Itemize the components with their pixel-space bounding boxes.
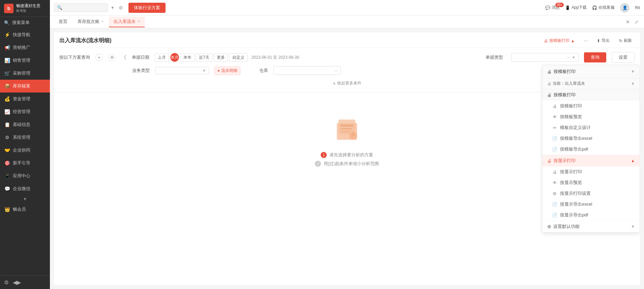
dropdown-section-template-header[interactable]: 🖨 按模板打印 (543, 89, 640, 101)
tab-close-all-icon[interactable]: ✕ (624, 19, 631, 25)
settings-icon[interactable]: ⚙ (4, 279, 9, 286)
flow-detail-tag[interactable]: ● 流水明细 (214, 67, 240, 75)
date-filter: 上月 本月 本年 近7天 更多 自定义 2023-06-01 至 2023-06… (155, 53, 480, 62)
dropdown-item-display-print[interactable]: 🖨 按显示打印 (543, 166, 640, 177)
sidebar-nav: ⚡ 快捷导航 📢 营销推广 📊 销售管理 🛒 采购管理 📦 库存核算 💰 资金管… (0, 28, 50, 275)
filter-settings-button[interactable]: ⚙ (108, 54, 116, 61)
dropdown-current-row: 🖨 当前：出入库流水 ▼ (543, 78, 640, 89)
sidebar-item-system[interactable]: ⚙ 系统管理 (0, 131, 50, 144)
dropdown-footer[interactable]: ⚙ 设置默认功能 ▼ (543, 221, 640, 232)
operations-icon: 📈 (4, 109, 10, 115)
dropdown-item-template-print[interactable]: 🖨 按模板打印 (543, 101, 640, 111)
app-download-button[interactable]: 📱 App下载 (565, 5, 587, 10)
online-service-button[interactable]: 🎧 在线客服 (592, 5, 615, 10)
topbar-search-box[interactable]: 🔍 (54, 3, 108, 12)
business-type-field[interactable]: ▼ (155, 67, 209, 74)
date-this-month[interactable]: 本月 (170, 53, 179, 62)
sidebar-item-enterprise[interactable]: 🤝 企业协同 (0, 144, 50, 157)
date-custom[interactable]: 自定义 (229, 53, 247, 62)
tab-home[interactable]: 首页 (54, 17, 72, 27)
filter-collapse-button[interactable]: 《 (121, 54, 126, 61)
trial-button[interactable]: 体验行业方案 (128, 3, 166, 13)
dropdown-header-arrow-icon[interactable]: ▼ (631, 69, 635, 74)
bill-type-arrow-icon: ▼ (572, 55, 576, 59)
sidebar-item-vip[interactable]: 👑 畅会员 (0, 203, 50, 216)
step-1-text: 请先选择要分析的方案 (329, 152, 373, 158)
warehouse-field[interactable]: ··· (273, 66, 341, 75)
dropdown-item-display-excel[interactable]: 📄 按显示导出excel (543, 199, 640, 210)
sidebar-item-finance[interactable]: 💰 资金管理 (0, 93, 50, 105)
refresh-button[interactable]: ↻ 刷新 (616, 36, 635, 45)
item-pdf-icon: 📄 (552, 147, 557, 152)
more-options-icon[interactable]: ··· (582, 37, 590, 45)
collapse-sidebar-icon[interactable]: ◀▶ (13, 279, 21, 286)
sidebar-item-label: 系统管理 (13, 134, 30, 140)
item-label: 按模板导出pdf (560, 146, 588, 152)
user-avatar[interactable]: 👤 (620, 3, 630, 12)
sidebar-item-purchase[interactable]: 🛒 采购管理 (0, 67, 50, 80)
tab-batch-close[interactable]: × (101, 20, 104, 23)
export-button[interactable]: ⬆ 导出 (594, 36, 612, 45)
dropdown-item-display-settings[interactable]: ⚙ 按显示打印设置 (543, 188, 640, 199)
print-template-button[interactable]: 🖨 按模板打印 ▲ (541, 36, 578, 45)
sidebar-item-sales[interactable]: 📊 销售管理 (0, 54, 50, 67)
topbar: 🔍 ▼ ⚙ 体验行业方案 💬 消息 99+ 📱 App下载 🎧 在线客服 👤 R… (50, 0, 644, 16)
username-label[interactable]: Rit (635, 5, 640, 10)
warehouse-more-icon[interactable]: ··· (334, 68, 338, 73)
dropdown-item-template-preview[interactable]: 👁 按模板预览 (543, 111, 640, 122)
dropdown-header: 🖨 按模板打印 ▼ (543, 65, 640, 78)
dropdown-section-display-header[interactable]: 🖨 按显示打印 ▲ (543, 155, 640, 166)
dropdown-item-template-custom[interactable]: ✏ 模板自定义设计 (543, 122, 640, 133)
sidebar-item-label: 新手引导 (13, 160, 30, 166)
item-display-pdf-icon: 📄 (552, 213, 557, 218)
sidebar-item-inventory[interactable]: 📦 库存核算 (0, 80, 50, 93)
sidebar-item-label: 畅会员 (13, 206, 26, 212)
date-label: 单据日期 (132, 54, 149, 60)
sidebar-item-label: 销售管理 (13, 57, 30, 63)
export-label: 导出 (602, 38, 610, 44)
footer-settings-icon: ⚙ (547, 224, 551, 229)
topbar-gear-icon[interactable]: ⚙ (119, 5, 123, 10)
dropdown-item-template-pdf[interactable]: 📄 按模板导出pdf (543, 144, 640, 155)
guide-icon: 🎯 (4, 160, 10, 166)
date-last-7[interactable]: 近7天 (196, 53, 212, 62)
date-this-year[interactable]: 本年 (180, 53, 195, 62)
query-button[interactable]: 查询 (584, 52, 606, 62)
tab-maximize-icon[interactable]: ⤢ (633, 19, 640, 25)
dropdown-current-arrow[interactable]: ▼ (631, 81, 635, 86)
sidebar-item-operations[interactable]: 📈 经营管理 (0, 105, 50, 118)
date-last-month[interactable]: 上月 (155, 53, 169, 62)
sidebar-item-base[interactable]: 📋 基础信息 (0, 118, 50, 131)
print-label: 按模板打印 (549, 38, 569, 44)
app-icon: 📱 (565, 5, 570, 10)
item-label: 按显示打印设置 (560, 190, 591, 196)
dropdown-item-template-excel[interactable]: 📄 按模板导出excel (543, 133, 640, 144)
tab-batch-account[interactable]: 库存批次账 × (73, 17, 108, 27)
item-label: 按模板导出excel (560, 135, 592, 141)
dropdown-item-display-pdf[interactable]: 📄 按显示导出pdf (543, 210, 640, 220)
message-button[interactable]: 💬 消息 99+ (545, 5, 560, 10)
bill-type-field[interactable]: ··· ▼ (511, 53, 579, 62)
sidebar-item-app-center[interactable]: 📱 应用中心 (0, 169, 50, 182)
section-print-icon: 🖨 (547, 93, 552, 98)
sidebar-item-wechat[interactable]: 💬 企业微信 (0, 182, 50, 195)
bill-type-more-icon[interactable]: ··· (566, 55, 570, 60)
settings-button[interactable]: 设置 (612, 52, 635, 63)
tab-flow-close[interactable]: × (138, 20, 140, 23)
date-more[interactable]: 更多 (214, 53, 228, 62)
sidebar-bottom: ⚙ ◀▶ (0, 275, 50, 289)
sidebar-scroll-down[interactable]: ▼ (0, 195, 50, 203)
wechat-icon: 💬 (4, 186, 10, 192)
sidebar-item-quick-nav[interactable]: ⚡ 快捷导航 (0, 28, 50, 41)
filter-add-button[interactable]: + (95, 54, 103, 61)
sidebar-item-marketing[interactable]: 📢 营销推广 (0, 41, 50, 54)
sidebar-item-label: 库存核算 (13, 83, 30, 89)
topbar-search-input[interactable] (64, 5, 104, 10)
print-dropdown-panel: 🖨 按模板打印 ▼ 🖨 当前：出入库流水 ▼ 🖨 按 (542, 65, 640, 233)
sidebar-search[interactable]: 🔍 搜索菜单 (0, 17, 50, 28)
tabs-window-controls: ✕ ⤢ (624, 19, 640, 25)
tab-flow[interactable]: 出入库流水 × (109, 17, 144, 27)
topbar-chevron-icon[interactable]: ▼ (111, 5, 115, 10)
dropdown-item-display-preview[interactable]: 👁 按显示预览 (543, 177, 640, 188)
sidebar-item-guide[interactable]: 🎯 新手引导 (0, 157, 50, 169)
